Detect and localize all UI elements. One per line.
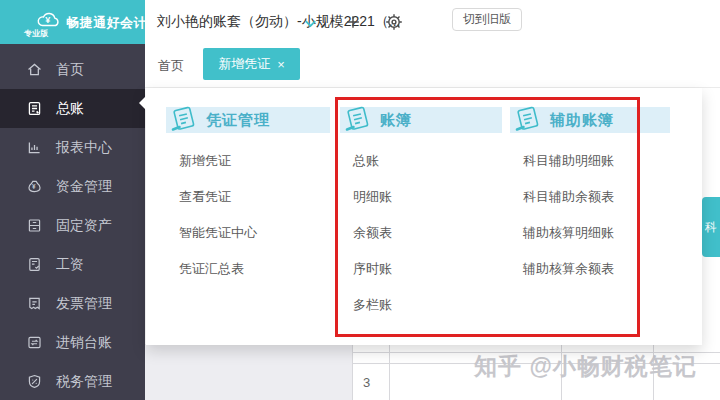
sidebar-item-label: 资金管理: [56, 178, 112, 196]
chevron-down-icon[interactable]: [303, 16, 318, 31]
menu-group-items: 总账 明细账 余额表 序时账 多栏账: [340, 143, 502, 323]
menu-column-account-books: 账簿 总账 明细账 余额表 序时账 多栏账: [340, 88, 502, 345]
sidebar-item-label: 发票管理: [56, 295, 112, 313]
tab-new-voucher[interactable]: 新增凭证 ×: [203, 48, 300, 80]
menu-item-balance-sheet[interactable]: 余额表: [340, 215, 502, 251]
sidebar-item-salary[interactable]: 工资: [0, 245, 145, 284]
home-icon: [26, 61, 43, 78]
menu-item-general-ledger[interactable]: 总账: [340, 143, 502, 179]
menu-pointer-arrow: [139, 96, 146, 110]
menu-item-new-voucher[interactable]: 新增凭证: [166, 143, 330, 179]
sidebar-item-general-ledger[interactable]: 总账: [0, 89, 145, 128]
plus-icon[interactable]: [344, 13, 362, 31]
menu-item-multi-column-ledger[interactable]: 多栏账: [340, 287, 502, 323]
tab-home[interactable]: 首页: [158, 45, 184, 87]
table-row-number: 3: [363, 375, 370, 390]
menu-item-subject-aux-balance[interactable]: 科目辅助余额表: [510, 179, 670, 215]
sidebar-item-fixed-assets[interactable]: 固定资产: [0, 206, 145, 245]
menu-item-subject-aux-detail[interactable]: 科目辅助明细账: [510, 143, 670, 179]
trade-ledger-icon: [26, 334, 43, 351]
menu-group-title: 辅助账簿: [550, 107, 614, 133]
menu-group-header: 账簿: [340, 107, 502, 133]
sidebar-item-label: 税务管理: [56, 373, 112, 391]
sidebar-item-trade-ledger[interactable]: 进销台账: [0, 323, 145, 362]
cloud-yen-icon: ¥: [35, 8, 63, 30]
menu-item-aux-accounting-detail[interactable]: 辅助核算明细账: [510, 215, 670, 251]
gear-icon[interactable]: [384, 12, 404, 32]
tabbar: 首页 新增凭证 ×: [145, 45, 720, 88]
menu-column-auxiliary-books: 辅助账簿 科目辅助明细账 科目辅助余额表 辅助核算明细账 辅助核算余额表: [510, 88, 670, 345]
ledger-icon: [26, 100, 43, 117]
salary-icon: [26, 256, 43, 273]
subject-side-button[interactable]: 科: [702, 197, 720, 257]
sidebar-item-label: 工资: [56, 256, 84, 274]
money-bag-icon: ¥: [26, 178, 43, 195]
menu-item-aux-accounting-balance[interactable]: 辅助核算余额表: [510, 251, 670, 287]
sidebar-item-invoices[interactable]: 发票管理: [0, 284, 145, 323]
watermark-text: 知乎 @小畅财税笔记: [474, 351, 697, 382]
menu-item-smart-voucher-center[interactable]: 智能凭证中心: [166, 215, 330, 251]
menu-group-items: 科目辅助明细账 科目辅助余额表 辅助核算明细账 辅助核算余额表: [510, 143, 670, 287]
sidebar-item-label: 进销台账: [56, 334, 112, 352]
menu-group-items: 新增凭证 查看凭证 智能凭证中心 凭证汇总表: [166, 143, 330, 287]
switch-to-old-version-button[interactable]: 切到旧版: [452, 8, 522, 31]
menu-column-vouchers: 凭证管理 新增凭证 查看凭证 智能凭证中心 凭证汇总表: [166, 88, 330, 345]
menu-item-voucher-summary[interactable]: 凭证汇总表: [166, 251, 330, 287]
topbar: 刘小艳的账套（勿动）-小规模2221（... 切到旧版: [145, 0, 720, 45]
svg-text:¥: ¥: [45, 15, 50, 25]
sidebar-menu: 首页 总账 报表中心 ¥ 资金管理 固定资产: [0, 44, 145, 400]
svg-text:¥: ¥: [32, 183, 36, 190]
sidebar-item-label: 首页: [56, 61, 84, 79]
sidebar-item-tax[interactable]: 税务管理: [0, 362, 145, 400]
report-chart-icon: [26, 139, 43, 156]
sidebar: ¥ 畅捷通好会计 专业版 首页 总账 报表中心 ¥: [0, 0, 145, 400]
menu-item-detail-ledger[interactable]: 明细账: [340, 179, 502, 215]
menu-group-title: 账簿: [380, 107, 412, 133]
notebook-pen-icon: [340, 102, 374, 136]
account-selector[interactable]: 刘小艳的账套（勿动）-小规模2221（...: [157, 13, 400, 31]
sidebar-item-home[interactable]: 首页: [0, 50, 145, 89]
notebook-pen-icon: [510, 102, 544, 136]
menu-group-title: 凭证管理: [206, 107, 270, 133]
sidebar-item-funds[interactable]: ¥ 资金管理: [0, 167, 145, 206]
menu-group-header: 辅助账簿: [510, 107, 670, 133]
app-title: 畅捷通好会计: [66, 14, 147, 32]
app-edition: 专业版: [24, 28, 48, 39]
menu-item-journal[interactable]: 序时账: [340, 251, 502, 287]
menu-group-header: 凭证管理: [166, 107, 330, 133]
tax-icon: [26, 373, 43, 390]
invoice-icon: [26, 295, 43, 312]
ledger-mega-menu: 凭证管理 新增凭证 查看凭证 智能凭证中心 凭证汇总表 账簿 总账 明细账 余额…: [146, 88, 702, 345]
menu-item-view-vouchers[interactable]: 查看凭证: [166, 179, 330, 215]
fixed-asset-icon: [26, 217, 43, 234]
sidebar-item-label: 固定资产: [56, 217, 112, 235]
app-logo: ¥ 畅捷通好会计 专业版: [0, 0, 145, 44]
sidebar-item-reports[interactable]: 报表中心: [0, 128, 145, 167]
sidebar-item-label: 总账: [56, 100, 84, 118]
tab-label: 新增凭证: [218, 55, 270, 73]
close-icon[interactable]: ×: [277, 58, 285, 71]
sidebar-item-label: 报表中心: [56, 139, 112, 157]
right-panel-fragment: 科: [702, 88, 720, 344]
notebook-pen-icon: [166, 102, 200, 136]
